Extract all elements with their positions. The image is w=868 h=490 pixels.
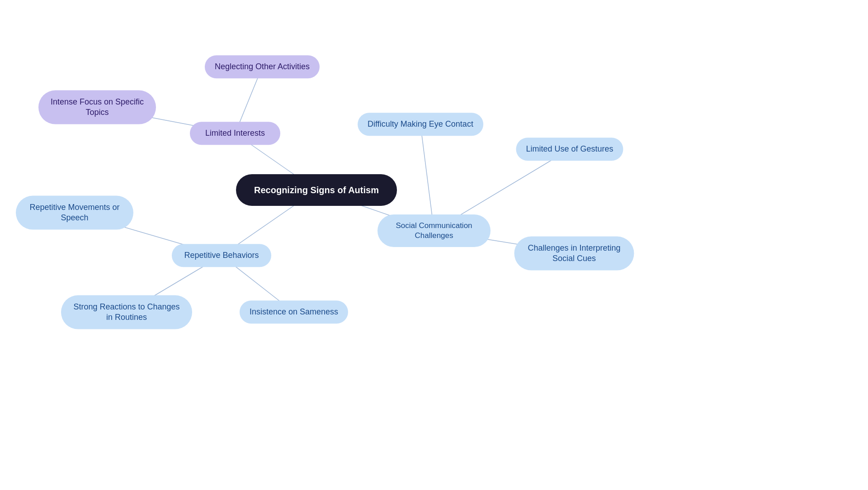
- intense-focus-node: Intense Focus on Specific Topics: [38, 90, 156, 124]
- strong-reactions-node: Strong Reactions to Changes in Routines: [61, 295, 192, 329]
- social-communication-node: Social Communication Challenges: [377, 214, 491, 247]
- neglecting-other-activities-node: Neglecting Other Activities: [205, 55, 320, 78]
- mind-map-container: Recognizing Signs of Autism Limited Inte…: [0, 0, 868, 490]
- repetitive-behaviors-node: Repetitive Behaviors: [172, 244, 271, 267]
- limited-interests-node: Limited Interests: [190, 122, 280, 145]
- limited-use-gestures-node: Limited Use of Gestures: [516, 138, 623, 161]
- challenges-social-cues-node: Challenges in Interpreting Social Cues: [514, 237, 634, 271]
- insistence-on-sameness-node: Insistence on Sameness: [240, 300, 348, 323]
- difficulty-eye-contact-node: Difficulty Making Eye Contact: [358, 113, 483, 136]
- repetitive-movements-node: Repetitive Movements or Speech: [16, 196, 133, 230]
- center-node: Recognizing Signs of Autism: [236, 174, 397, 206]
